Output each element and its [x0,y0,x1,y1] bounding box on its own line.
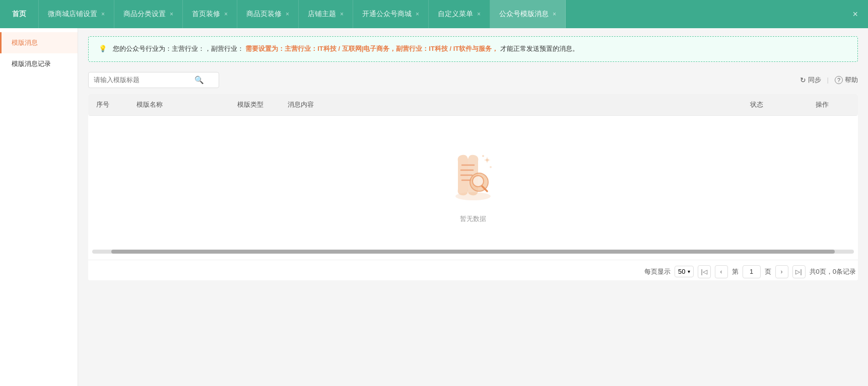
total-info: 共0页，0条记录 [810,267,856,276]
toolbar-divider: | [827,76,829,84]
close-open-shop[interactable]: × [416,11,419,18]
page-size-value: 50 [678,268,685,275]
empty-state: 暂无数据 [88,116,858,244]
next-page-button[interactable]: › [775,265,788,278]
close-custom-menu[interactable]: × [477,11,481,18]
close-wechat-shop[interactable]: × [101,11,105,18]
top-nav: 首页 微商城店铺设置 × 商品分类设置 × 首页装修 × 商品页装修 × 店铺主… [0,0,868,28]
notice-highlight: 需要设置为：主营行业：IT科技 / 互联网|电子商务，副营行业：IT科技 / I… [245,45,498,52]
search-bar-row: 🔍 ↻ 同步 | ? 帮助 [88,72,858,88]
close-product-category[interactable]: × [170,11,173,18]
tab-shop-theme-label: 店铺主题 [308,10,336,19]
close-template-msg[interactable]: × [553,11,556,18]
help-button[interactable]: ? 帮助 [835,75,858,85]
search-icon[interactable]: 🔍 [194,75,204,85]
tab-shop-theme[interactable]: 店铺主题 × [299,0,353,28]
main-layout: 模版消息 模版消息记录 💡 您的公众号行业为：主营行业：，副营行业： 需要设置为… [0,28,868,386]
tab-custom-menu[interactable]: 自定义菜单 × [429,0,490,28]
page-label-post: 页 [765,267,771,276]
content-area: 💡 您的公众号行业为：主营行业：，副营行业： 需要设置为：主营行业：IT科技 /… [78,28,868,386]
page-size-chevron: ▾ [688,269,690,274]
tab-home-decor-label: 首页装修 [192,10,220,19]
page-size-label: 每页显示 [644,267,671,276]
tab-wechat-shop-label: 微商城店铺设置 [48,10,97,19]
last-page-button[interactable]: ▷| [792,265,806,278]
col-name: 模版名称 [128,94,229,116]
help-icon: ? [835,76,843,84]
data-table: 序号 模版名称 模版类型 消息内容 状态 操作 [88,94,858,116]
tab-custom-menu-label: 自定义菜单 [438,10,473,19]
sync-icon: ↻ [800,76,806,84]
scrollbar-thumb [111,250,835,254]
tab-open-shop-label: 开通公众号商城 [362,10,412,19]
tab-template-msg[interactable]: 公众号模版消息 × [490,0,566,28]
search-input[interactable] [94,76,194,84]
svg-point-6 [473,176,484,187]
prev-page-icon: ‹ [720,268,722,275]
horizontal-scrollbar[interactable] [88,244,858,260]
close-home-decor[interactable]: × [224,11,228,18]
col-status: 状态 [742,94,808,116]
close-product-page[interactable]: × [286,11,289,18]
first-page-icon: |◁ [701,268,707,275]
tab-product-category-label: 商品分类设置 [123,10,166,19]
scrollbar-track [92,250,854,254]
tab-home-decor[interactable]: 首页装修 × [183,0,237,28]
current-page-input[interactable] [743,265,761,278]
toolbar-right: ↻ 同步 | ? 帮助 [800,75,858,85]
table-wrapper: 序号 模版名称 模版类型 消息内容 状态 操作 [88,94,858,280]
notice-banner: 💡 您的公众号行业为：主营行业：，副营行业： 需要设置为：主营行业：IT科技 /… [88,36,858,62]
sync-label: 同步 [808,75,821,85]
table-header: 序号 模版名称 模版类型 消息内容 状态 操作 [88,94,858,116]
sync-button[interactable]: ↻ 同步 [800,75,821,85]
prev-page-button[interactable]: ‹ [715,265,728,278]
tab-home-label: 首页 [12,10,26,19]
first-page-button[interactable]: |◁ [698,265,711,278]
svg-point-9 [490,166,492,168]
col-type: 模版类型 [229,94,280,116]
tab-wechat-shop[interactable]: 微商城店铺设置 × [39,0,114,28]
close-shop-theme[interactable]: × [340,11,344,18]
tab-open-shop[interactable]: 开通公众号商城 × [353,0,429,28]
tab-product-category[interactable]: 商品分类设置 × [114,0,183,28]
page-size-select[interactable]: 50 ▾ [675,266,693,277]
sidebar-item-template-message-label: 模版消息 [12,39,38,46]
search-input-wrapper[interactable]: 🔍 [88,72,219,88]
next-page-icon: › [781,268,783,275]
last-page-icon: ▷| [795,268,802,275]
empty-illustration [443,146,503,206]
col-content: 消息内容 [280,94,742,116]
notice-suffix: 才能正常发送预置的消息。 [500,45,579,52]
tab-product-page-label: 商品页装修 [246,10,282,19]
col-action: 操作 [808,94,858,116]
pagination-row: 每页显示 50 ▾ |◁ ‹ 第 页 › ▷| [88,260,858,280]
notice-prefix: 您的公众号行业为：主营行业：，副营行业： [113,45,244,52]
page-label-pre: 第 [732,267,739,276]
tab-product-page[interactable]: 商品页装修 × [237,0,299,28]
sidebar-item-template-message[interactable]: 模版消息 [0,32,78,53]
svg-point-10 [482,155,484,157]
tab-home[interactable]: 首页 [0,0,39,28]
sidebar-item-template-record-label: 模版消息记录 [12,60,51,67]
sidebar-item-template-record[interactable]: 模版消息记录 [0,53,78,74]
help-label: 帮助 [845,75,858,85]
col-seq: 序号 [88,94,128,116]
tab-template-msg-label: 公众号模版消息 [499,10,549,19]
sidebar: 模版消息 模版消息记录 [0,28,78,386]
empty-text: 暂无数据 [460,214,486,223]
notice-icon: 💡 [99,45,107,52]
close-all-button[interactable]: × [842,0,868,28]
